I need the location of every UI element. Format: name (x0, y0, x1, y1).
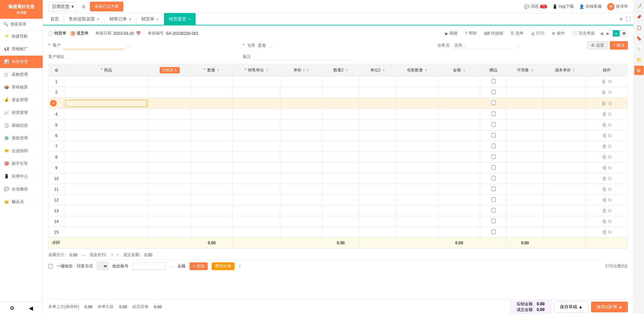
cost-cell[interactable] (543, 87, 586, 98)
sidebar-item-operation[interactable]: 📈 经营管理 (0, 107, 43, 119)
col-scan[interactable]: 扫码录入 (149, 64, 191, 76)
sidebar-item-inventory[interactable]: 📦 库存核算 (0, 81, 43, 94)
panel-item-4[interactable]: 🔖 (634, 34, 644, 43)
delete-icon[interactable]: 🗑 (602, 208, 607, 213)
delete-icon[interactable]: 🗑 (602, 122, 607, 127)
qty2-cell[interactable] (322, 87, 359, 98)
avail-cell[interactable] (506, 87, 543, 98)
salesperson-input[interactable] (452, 42, 513, 49)
gift-checkbox[interactable] (491, 219, 496, 223)
info-icon[interactable]: ℹ (111, 253, 113, 257)
unit2-cell[interactable] (359, 76, 396, 87)
gift-cell[interactable] (480, 98, 507, 109)
tab-sales-delivery[interactable]: 销货单 ✕ (137, 13, 164, 25)
delete-icon[interactable]: 🗑 (601, 89, 606, 95)
one-click-checkbox[interactable] (48, 264, 53, 268)
panel-item-6[interactable]: 📁 (634, 55, 644, 64)
help-btn[interactable]: ? 帮助 (463, 29, 479, 37)
radio-delivery[interactable]: 销货单 (48, 30, 66, 36)
sidebar-item-cooperation[interactable]: 🤝 企业协同 (0, 145, 43, 158)
remark-input[interactable] (254, 53, 354, 61)
delete-icon[interactable]: 🗑 (602, 218, 607, 224)
delete-icon[interactable]: 🗑 (602, 197, 607, 202)
amount-cell[interactable] (438, 76, 480, 87)
settings-icon[interactable]: ⚙ (10, 305, 14, 311)
add-row-btn[interactable]: + (50, 100, 57, 107)
collapse-icon[interactable]: ◀ (29, 305, 33, 311)
save-new-btn[interactable]: 保存&新增 ▲ (591, 302, 628, 312)
daily-select[interactable]: 日用百货 ▾ (48, 2, 77, 11)
calc-method-select[interactable] (97, 262, 108, 270)
sidebar-item-sales[interactable]: 📊 销售管理 (0, 56, 43, 68)
sidebar-logo[interactable]: 畅捷通好生意 标准版 (0, 0, 43, 19)
copy-icon[interactable]: ⧉ (608, 208, 611, 213)
avail-cell[interactable] (506, 76, 543, 87)
sidebar-item-search[interactable]: 🔍 搜索菜单 (0, 19, 43, 30)
price-cell[interactable] (280, 87, 322, 98)
tab-sales-order[interactable]: 销售订单 ✕ (105, 13, 137, 25)
gift-checkbox[interactable] (491, 197, 496, 202)
copy-icon[interactable]: ⧉ (608, 229, 611, 235)
app-download-btn[interactable]: 📱 App下载 (552, 4, 574, 9)
close-icon[interactable]: ✕ (188, 17, 191, 21)
copy-icon[interactable]: ⧉ (608, 176, 611, 181)
gift-cell[interactable] (480, 87, 507, 98)
panel-item-1[interactable]: 📝 (634, 1, 644, 11)
qty-cell[interactable] (191, 76, 233, 87)
copy-icon[interactable]: ⧉ (608, 89, 612, 95)
copy-icon[interactable]: ⧉ (608, 133, 611, 138)
product-input[interactable] (66, 100, 147, 107)
qty2-cell[interactable] (322, 98, 359, 109)
tab-close-window-icon[interactable]: ✕ (619, 16, 623, 22)
unit-cell[interactable] (233, 87, 280, 98)
panel-item-2[interactable]: 📌 (634, 12, 644, 21)
panel-item-3[interactable]: 📋 (634, 23, 644, 32)
sidebar-item-system[interactable]: ⚙️ 系统管理 (0, 132, 43, 145)
copy-icon[interactable]: ⧉ (608, 165, 611, 170)
qty-cell[interactable] (191, 87, 233, 98)
copy-icon[interactable]: ⧉ (608, 186, 611, 192)
copy-icon[interactable]: ⧉ (608, 143, 611, 149)
gift-checkbox[interactable] (491, 79, 496, 83)
radio-return[interactable]: 退货单 (70, 30, 89, 36)
info-icon[interactable]: ℹ (573, 68, 574, 72)
sidebar-item-basic[interactable]: 📋 基础信息 (0, 119, 43, 132)
operate-btn[interactable]: ⚙ 操作 (550, 29, 567, 37)
product-cell[interactable] (64, 87, 149, 98)
gear-icon[interactable]: ⚙ (82, 4, 86, 9)
copy-icon[interactable]: ⧉ (608, 111, 611, 117)
tab-maximize-icon[interactable]: ⛶ (626, 16, 631, 22)
gift-checkbox[interactable] (491, 101, 496, 105)
list-view-btn[interactable]: ≡ (613, 30, 620, 37)
qty-cell[interactable] (191, 98, 233, 109)
unit2-cell[interactable] (359, 98, 396, 109)
tab-home[interactable]: 首页 (46, 13, 64, 25)
tab-price-settings[interactable]: 售价提取设置 ✕ (64, 13, 105, 25)
sidebar-item-purchase[interactable]: 🛒 采购管理 (0, 68, 43, 81)
save-draft-btn[interactable]: 保存草稿 ▲ (554, 301, 589, 313)
amount-cell[interactable] (438, 87, 480, 98)
unit-cell[interactable] (233, 98, 280, 109)
shortcut-keys-btn[interactable]: ⌨ 快捷键 (482, 29, 505, 37)
close-icon[interactable]: ✕ (97, 17, 100, 21)
sidebar-item-member[interactable]: 👑 畅会员 (0, 196, 43, 208)
sidebar-item-finance[interactable]: 💰 资金管理 (0, 94, 43, 107)
gift-checkbox[interactable] (491, 112, 496, 116)
video-btn[interactable]: ▶ 视频 (443, 29, 460, 37)
copy-icon[interactable]: ⧉ (608, 101, 612, 106)
delete-icon[interactable]: 🗑 (602, 133, 607, 138)
gift-checkbox[interactable] (491, 208, 496, 212)
customer-input[interactable] (63, 42, 124, 49)
grid-view-btn[interactable]: ⊞ (620, 30, 628, 37)
fee-split-btn[interactable]: 费用分摊 (212, 262, 234, 270)
gift-checkbox[interactable] (491, 187, 496, 191)
price-cell[interactable] (280, 98, 322, 109)
sidebar-item-app[interactable]: 📱 应用中心 (0, 170, 43, 183)
history-btn[interactable]: 📄 历史单据 (570, 29, 597, 37)
amount-cell[interactable] (438, 98, 480, 109)
gift-checkbox[interactable] (491, 154, 496, 159)
gift-checkbox[interactable] (491, 144, 496, 148)
gift-checkbox[interactable] (491, 165, 496, 170)
close-icon[interactable]: ✕ (129, 17, 131, 21)
settings-btn[interactable]: ⚙ 设置 (587, 41, 607, 50)
